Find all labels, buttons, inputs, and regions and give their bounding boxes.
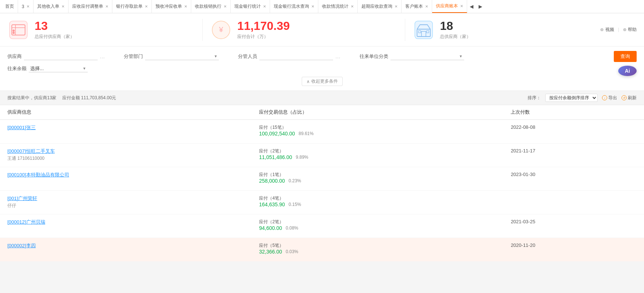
svg-text:¥: ¥ bbox=[219, 25, 224, 34]
tx-amount-4[interactable]: 94,600.00 bbox=[259, 225, 282, 231]
balance-chevron-icon: ▼ bbox=[83, 66, 86, 70]
nav-tab-overdue[interactable]: 超期应收款查询 ✕ bbox=[358, 0, 402, 13]
tx-label-5: 应付（5笔） bbox=[259, 242, 511, 249]
ai-badge[interactable]: Ai bbox=[618, 66, 637, 76]
supplier-dots[interactable]: ... bbox=[100, 53, 105, 60]
tx-amount-3[interactable]: 164,635.90 bbox=[259, 201, 285, 207]
supplier-link-5[interactable]: [000002]李四 bbox=[7, 242, 259, 249]
query-button[interactable]: 查询 bbox=[614, 51, 637, 62]
person-label: 分管人员 bbox=[238, 53, 257, 60]
results-bar: 搜索结果中，供应商13家 应付金额 111,703,854.00元 排序： 按应… bbox=[0, 91, 644, 105]
data-table: 供应商信息 应付交易信息（占比） 上次付数 [000001]张三 应付（15笔）… bbox=[0, 105, 644, 262]
close-icon[interactable]: ✕ bbox=[27, 4, 29, 8]
svg-rect-8 bbox=[415, 21, 433, 39]
close-icon[interactable]: ✕ bbox=[460, 4, 463, 8]
svg-rect-0 bbox=[10, 21, 27, 39]
table-header: 供应商信息 应付交易信息（占比） 上次付数 bbox=[0, 105, 644, 120]
svg-point-5 bbox=[13, 32, 15, 34]
nav-tab-collect[interactable]: 收款核销执行 ✕ bbox=[191, 0, 231, 13]
balance-filter: 往来余额 选择... ▼ bbox=[7, 65, 88, 72]
tx-percent-3: 0.15% bbox=[288, 202, 301, 207]
close-icon[interactable]: ✕ bbox=[105, 4, 108, 8]
top-navigation: 首页 3 ✕ 其他收入单 ✕ 应收应付调整单 ✕ 银行存取款单 ✕ 预收冲应收单… bbox=[0, 0, 644, 13]
filter-row-2: 往来余额 选择... ▼ bbox=[7, 65, 637, 72]
tx-amount-2[interactable]: 258,000.00 bbox=[259, 178, 285, 184]
table-row: [000100]本特勤油品有限公司 应付（1笔） 258,000.00 0.23… bbox=[0, 167, 644, 191]
balance-select[interactable]: 选择... bbox=[30, 66, 81, 71]
payable-total-label: 应付合计（万） bbox=[237, 34, 290, 40]
payable-suppliers-count: 13 bbox=[35, 20, 74, 32]
supplier-info-2: [000100]本特勤油品有限公司 bbox=[7, 172, 259, 179]
supplier-input[interactable] bbox=[24, 53, 98, 60]
supplier-link-4[interactable]: [000012]广州贝瑞 bbox=[7, 219, 259, 225]
total-suppliers-label: 总供应商（家） bbox=[440, 34, 471, 40]
results-suppliers: 搜索结果中，供应商13家 bbox=[7, 95, 56, 100]
close-icon[interactable]: ✕ bbox=[311, 4, 314, 8]
last-pay-2: 2023-01-30 bbox=[511, 172, 637, 177]
close-icon[interactable]: ✕ bbox=[395, 4, 398, 8]
balance-label: 往来余额 bbox=[7, 65, 27, 72]
supplier-info-3: [001]广州荣轩 仔仔 bbox=[7, 195, 259, 209]
export-button[interactable]: ↓ 导出 bbox=[602, 95, 617, 101]
supplier-link-3[interactable]: [001]广州荣轩 bbox=[7, 195, 259, 202]
supplier-link-1[interactable]: [000007]恒旺二手叉车 bbox=[7, 148, 259, 155]
close-icon[interactable]: ✕ bbox=[224, 4, 227, 8]
col-supplier: 供应商信息 bbox=[7, 109, 259, 116]
supplier-link-0[interactable]: [000001]张三 bbox=[7, 124, 259, 131]
tx-percent-4: 0.08% bbox=[286, 225, 298, 231]
person-dots[interactable]: ... bbox=[335, 53, 340, 60]
nav-tab-prepay[interactable]: 预收冲应收单 ✕ bbox=[152, 0, 191, 13]
nav-tab-customer-ledger[interactable]: 客户账本 ✕ bbox=[402, 0, 432, 13]
tx-info-0: 应付（15笔） 100,092,540.00 89.61% bbox=[259, 124, 511, 137]
nav-tab-cash-bank-stat[interactable]: 现金银行统计 ✕ bbox=[231, 0, 270, 13]
video-link[interactable]: ⊙ 视频 bbox=[600, 27, 614, 33]
table-row: [000001]张三 应付（15笔） 100,092,540.00 89.61%… bbox=[0, 120, 644, 144]
col-transaction: 应付交易信息（占比） bbox=[259, 109, 511, 116]
tx-amount-1[interactable]: 11,051,486.00 bbox=[259, 154, 292, 160]
sort-label: 排序： bbox=[528, 95, 541, 101]
tx-percent-2: 0.23% bbox=[288, 178, 301, 183]
payable-total-amount: 11,170.39 bbox=[237, 20, 290, 32]
sort-select[interactable]: 按应付余额倒序排序 bbox=[545, 94, 598, 102]
dept-chevron-icon: ▼ bbox=[214, 54, 217, 58]
last-pay-4: 2021-03-25 bbox=[511, 219, 637, 224]
nav-tab-cash-flow[interactable]: 现金银行流水查询 ✕ bbox=[270, 0, 318, 13]
nav-tab-adjustment[interactable]: 应收应付调整单 ✕ bbox=[69, 0, 112, 13]
dept-select[interactable] bbox=[147, 54, 212, 59]
supplier-sub-1: 王通 17106110000 bbox=[7, 155, 259, 162]
refresh-button[interactable]: ↺ 刷新 bbox=[622, 95, 637, 101]
close-icon[interactable]: ✕ bbox=[62, 4, 64, 8]
results-actions: 排序： 按应付余额倒序排序 ↓ 导出 ↺ 刷新 bbox=[528, 94, 637, 102]
nav-tab-supplier-ledger[interactable]: 供应商账本 ✕ bbox=[432, 0, 467, 13]
nav-next-arrow[interactable]: ▶ bbox=[476, 0, 485, 13]
col-last-pay: 上次付数 bbox=[511, 109, 637, 116]
nav-prev-arrow[interactable]: ◀ bbox=[467, 0, 476, 13]
summary-bar: 13 总应付供应商（家） ¥ 11,170.39 应付合计（万） bbox=[0, 13, 644, 46]
tx-info-5: 应付（5笔） 32,366.00 0.03% bbox=[259, 242, 511, 255]
category-select[interactable] bbox=[392, 54, 458, 59]
supplier-label: 供应商 bbox=[7, 53, 22, 60]
tx-amount-0[interactable]: 100,092,540.00 bbox=[259, 131, 295, 137]
help-links: ⊙ 视频 ｜ ⊙ 帮助 bbox=[600, 27, 637, 33]
close-icon[interactable]: ✕ bbox=[425, 4, 428, 8]
close-icon[interactable]: ✕ bbox=[145, 4, 148, 8]
person-input[interactable] bbox=[259, 53, 333, 60]
dept-label: 分管部门 bbox=[124, 53, 143, 60]
close-icon[interactable]: ✕ bbox=[263, 4, 266, 8]
nav-tab-bank[interactable]: 银行存取款单 ✕ bbox=[112, 0, 152, 13]
table-row: [001]广州荣轩 仔仔 应付（4笔） 164,635.90 0.15% bbox=[0, 191, 644, 214]
close-icon[interactable]: ✕ bbox=[351, 4, 354, 8]
nav-tab-other-income[interactable]: 其他收入单 ✕ bbox=[34, 0, 69, 13]
close-icon[interactable]: ✕ bbox=[184, 4, 187, 8]
tx-percent-5: 0.03% bbox=[286, 249, 298, 254]
nav-tab-collection-stat[interactable]: 收款情况统计 ✕ bbox=[318, 0, 358, 13]
tx-amount-5[interactable]: 32,366.00 bbox=[259, 249, 282, 255]
table-row: [000002]李四 应付（5笔） 32,366.00 0.03% 2020-1… bbox=[0, 238, 644, 262]
nav-tab-home[interactable]: 首页 bbox=[1, 0, 18, 13]
help-link[interactable]: ⊙ 帮助 bbox=[623, 27, 637, 33]
tx-info-3: 应付（4笔） 164,635.90 0.15% bbox=[259, 195, 511, 207]
supplier-link-2[interactable]: [000100]本特勤油品有限公司 bbox=[7, 172, 259, 178]
nav-tab-3[interactable]: 3 ✕ bbox=[18, 0, 34, 13]
collapse-button[interactable]: ∧ 收起更多条件 bbox=[302, 77, 343, 86]
summary-card-payable-suppliers: 13 总应付供应商（家） bbox=[7, 19, 195, 41]
